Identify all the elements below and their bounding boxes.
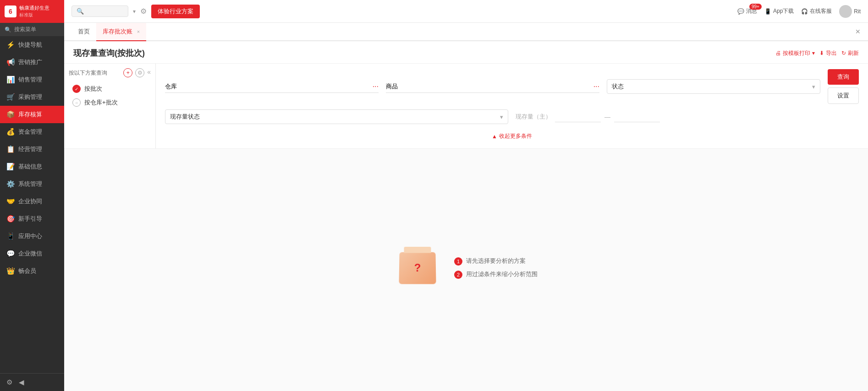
- online-service-label: 在线客服: [810, 7, 832, 15]
- query-button[interactable]: 查询: [828, 69, 859, 85]
- content-area: 现存量查询(按批次) 🖨 按模板打印 ▾ ⬇ 导出 ↻ 刷新: [64, 41, 868, 391]
- sidebar-item-wechat[interactable]: 💬 企业微信: [0, 245, 64, 262]
- tab-batch-account[interactable]: 库存批次账 ×: [96, 23, 146, 41]
- product-input-box: 商品 ···: [386, 81, 599, 93]
- finance-icon: 💰: [6, 128, 15, 136]
- topbar: 🔍 ▾ ⚙ 体验行业方案 💬 消息 99+ 📱 App下载 🎧 在线客服 Rit: [64, 0, 868, 23]
- sidebar-bottom: ⚙ ◀: [0, 373, 64, 391]
- sidebar-item-enterprise[interactable]: 🤝 企业协同: [0, 193, 64, 210]
- page-title: 现存量查询(按批次): [73, 48, 145, 59]
- app-logo: 6: [5, 5, 16, 17]
- sidebar-item-label: 新手引导: [18, 215, 42, 223]
- topbar-search-box[interactable]: 🔍: [71, 5, 128, 17]
- tab-home[interactable]: 首页: [71, 23, 96, 41]
- sidebar-collapse-icon[interactable]: ◀: [19, 378, 24, 386]
- trial-button[interactable]: 体验行业方案: [151, 5, 200, 18]
- stock-qty-from-input[interactable]: [555, 111, 601, 122]
- sidebar-item-label: 系统管理: [18, 180, 42, 188]
- newbie-icon: 🎯: [6, 215, 15, 223]
- left-panel-actions: + ⚙ «: [123, 68, 151, 77]
- action-buttons: 查询 设置: [828, 69, 859, 104]
- app-name: 畅康通好生意: [19, 5, 49, 11]
- sidebar-item-system[interactable]: ⚙️ 系统管理: [0, 175, 64, 193]
- topbar-search-icon: 🔍: [77, 8, 84, 15]
- messages-button[interactable]: 💬 消息 99+: [737, 7, 757, 15]
- tab-batch-label: 库存批次账: [103, 28, 132, 35]
- tab-close-icon[interactable]: ×: [137, 29, 140, 34]
- filter-area: 按以下方案查询 + ⚙ « ✓ 按批次 ○ 按仓库+批次: [64, 64, 868, 149]
- refresh-button[interactable]: ↻ 刷新: [841, 49, 859, 57]
- export-button[interactable]: ⬇ 导出: [819, 49, 837, 57]
- app-center-icon: 📱: [6, 232, 15, 240]
- app-download-label: App下载: [773, 7, 794, 15]
- service-icon: 🎧: [801, 8, 808, 15]
- settings-button[interactable]: 设置: [828, 87, 859, 104]
- sidebar-item-app-center[interactable]: 📱 应用中心: [0, 228, 64, 245]
- sidebar-item-label: 营销推广: [18, 58, 42, 66]
- status-chevron-icon: ▾: [812, 83, 815, 90]
- app-download-button[interactable]: 📱 App下载: [764, 7, 794, 15]
- topbar-search-input[interactable]: [87, 8, 123, 15]
- sidebar-item-label: 畅会员: [18, 267, 36, 275]
- status-select[interactable]: 状态 ▾: [607, 79, 820, 94]
- export-icon: ⬇: [819, 50, 824, 56]
- collapse-more-button[interactable]: ▲ 收起更多条件: [165, 130, 859, 143]
- sidebar-item-label: 应用中心: [18, 232, 42, 240]
- stock-status-filter: 现存量状态 ▾: [165, 109, 508, 124]
- sidebar-item-inventory[interactable]: 📦 库存核算: [0, 106, 64, 123]
- sidebar-item-label: 企业协同: [18, 197, 42, 206]
- stock-qty-to-input[interactable]: [614, 111, 660, 122]
- sidebar-item-label: 快捷导航: [18, 41, 42, 49]
- sidebar-item-newbie[interactable]: 🎯 新手引导: [0, 210, 64, 228]
- step-2-number: 2: [454, 271, 462, 279]
- basic-info-icon: 📝: [6, 163, 15, 171]
- sidebar-item-finance[interactable]: 💰 资金管理: [0, 123, 64, 141]
- empty-step-2: 2 用过滤条件来缩小分析范围: [454, 270, 538, 279]
- stock-status-chevron-icon: ▾: [500, 114, 503, 120]
- online-service-button[interactable]: 🎧 在线客服: [801, 7, 832, 15]
- stock-qty-range: 现存量（主） —: [516, 111, 859, 122]
- left-panel-collapse-button[interactable]: «: [147, 68, 151, 77]
- tab-area-close-icon[interactable]: ✕: [855, 28, 861, 35]
- tab-home-label: 首页: [78, 28, 90, 35]
- inventory-icon: 📦: [6, 110, 15, 119]
- refresh-icon: ↻: [841, 50, 846, 56]
- sidebar-item-sales[interactable]: 📊 销售管理: [0, 71, 64, 88]
- stock-status-select[interactable]: 现存量状态 ▾: [165, 109, 508, 124]
- app-name-block: 畅康通好生意 标准版: [19, 5, 49, 18]
- sidebar-item-quick-nav[interactable]: ⚡ 快捷导航: [0, 36, 64, 54]
- sidebar-item-marketing[interactable]: 📢 营销推广: [0, 54, 64, 71]
- plan-batch-label: 按批次: [84, 85, 102, 93]
- add-plan-button[interactable]: +: [123, 68, 132, 77]
- topbar-gear-icon[interactable]: ⚙: [140, 7, 147, 16]
- page-header: 现存量查询(按批次) 🖨 按模板打印 ▾ ⬇ 导出 ↻ 刷新: [64, 41, 868, 64]
- warehouse-filter: 仓库 ···: [165, 81, 379, 93]
- plan-item-batch[interactable]: ✓ 按批次: [69, 82, 151, 96]
- sidebar-item-label: 基础信息: [18, 163, 42, 171]
- plan-settings-button[interactable]: ⚙: [135, 68, 144, 77]
- operations-icon: 📋: [6, 145, 15, 153]
- message-icon: 💬: [737, 8, 744, 15]
- print-chevron-icon: ▾: [812, 50, 815, 56]
- sidebar-item-member[interactable]: 👑 畅会员: [0, 262, 64, 280]
- sidebar-item-purchase[interactable]: 🛒 采购管理: [0, 88, 64, 106]
- step-1-text: 请先选择要分析的方案: [466, 257, 526, 265]
- wechat-icon: 💬: [6, 250, 15, 258]
- sidebar-settings-icon[interactable]: ⚙: [6, 378, 12, 386]
- tabbar: 首页 库存批次账 × ✕: [64, 23, 868, 41]
- product-dots-button[interactable]: ···: [593, 82, 599, 91]
- plan-warehouse-icon: ○: [72, 98, 81, 107]
- messages-badge: 99+: [749, 4, 762, 10]
- topbar-chevron-icon[interactable]: ▾: [133, 8, 136, 15]
- plan-item-warehouse-batch[interactable]: ○ 按仓库+批次: [69, 96, 151, 109]
- print-button[interactable]: 🖨 按模板打印 ▾: [775, 49, 815, 57]
- warehouse-dots-button[interactable]: ···: [373, 82, 379, 91]
- sidebar-item-operations[interactable]: 📋 经营管理: [0, 141, 64, 158]
- sidebar-search[interactable]: 🔍 搜索菜单: [0, 23, 64, 36]
- sidebar-item-basic-info[interactable]: 📝 基础信息: [0, 158, 64, 175]
- topbar-right: 💬 消息 99+ 📱 App下载 🎧 在线客服 Rit: [737, 5, 861, 18]
- left-panel: 按以下方案查询 + ⚙ « ✓ 按批次 ○ 按仓库+批次: [64, 64, 156, 148]
- stock-qty-filter: 现存量（主） —: [516, 111, 859, 122]
- app-download-icon: 📱: [764, 8, 771, 15]
- user-profile-button[interactable]: Rit: [839, 5, 861, 18]
